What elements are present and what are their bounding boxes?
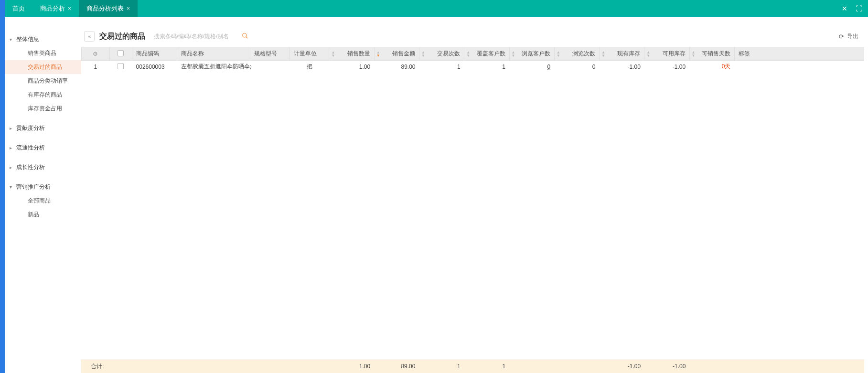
sort-icon: ▲▼ xyxy=(421,51,425,57)
col-tag[interactable]: 标签 xyxy=(734,47,864,61)
cell-sale-amt: 89.00 xyxy=(374,61,419,73)
search-input[interactable] xyxy=(153,31,239,42)
cell-view-cust[interactable]: 0 xyxy=(547,64,551,70)
sidebar-group-label: 整体信息 xyxy=(16,35,39,43)
footer-table: 合计: 1.00 89.00 1 1 -1.00 -1.00 xyxy=(81,360,864,373)
sidebar-group-label: 流通性分析 xyxy=(16,144,45,152)
sidebar-group-label: 成长性分析 xyxy=(16,163,45,171)
sort-icon: ▲▼ xyxy=(376,51,380,57)
cell-sale-days: 0天 xyxy=(689,61,734,73)
tab-label: 商品分析 xyxy=(40,4,65,13)
sidebar-item-category-rate[interactable]: 商品分类动销率 xyxy=(5,74,81,88)
footer-cover-cust: 1 xyxy=(464,360,509,373)
tab-bar: 首页 商品分析 × 商品分析列表 × ✕ ⛶ xyxy=(5,0,868,17)
cell-index: 1 xyxy=(82,61,110,73)
row-checkbox[interactable] xyxy=(118,63,124,69)
sort-icon: ▲▼ xyxy=(512,51,515,57)
export-button[interactable]: ⟳ 导出 xyxy=(839,32,864,41)
col-product-code[interactable]: 商品编码 xyxy=(132,47,177,61)
col-unit[interactable]: 计量单位 xyxy=(289,47,329,61)
left-strip xyxy=(0,0,5,373)
table-row[interactable]: 1 002600003 左都胶囊五折遮阳伞防晒伞; 把 1.00 89.00 1… xyxy=(82,61,864,73)
sidebar-group-label: 营销推广分析 xyxy=(16,183,51,191)
sidebar-item-stock-funds[interactable]: 库存资金占用 xyxy=(5,102,81,116)
col-stock-cur[interactable]: ▲▼现有库存 xyxy=(600,47,644,61)
sidebar-group-marketing[interactable]: ▾ 营销推广分析 xyxy=(5,180,81,194)
cell-cover-cust: 1 xyxy=(464,61,509,73)
sidebar-item-sales-products[interactable]: 销售类商品 xyxy=(5,46,81,60)
gear-icon[interactable]: ⚙ xyxy=(86,51,106,57)
footer-label: 合计: xyxy=(81,360,132,373)
cell-spec xyxy=(250,61,289,73)
chevron-right-icon: ▸ xyxy=(10,165,12,170)
cell-tag xyxy=(734,61,864,73)
tab-label: 首页 xyxy=(12,4,25,13)
sort-icon: ▲▼ xyxy=(646,51,650,57)
tab-home[interactable]: 首页 xyxy=(5,0,32,17)
sidebar: ▾ 整体信息 销售类商品 交易过的商品 商品分类动销率 有库存的商品 库存资金占… xyxy=(5,27,81,373)
footer-row: 合计: 1.00 89.00 1 1 -1.00 -1.00 xyxy=(81,360,864,373)
sidebar-group-growth[interactable]: ▸ 成长性分析 xyxy=(5,160,81,174)
cell-stock-cur: -1.00 xyxy=(600,61,644,73)
cell-code: 002600003 xyxy=(132,61,177,73)
tab-product-analysis-list[interactable]: 商品分析列表 × xyxy=(79,0,138,17)
sidebar-group-overview[interactable]: ▾ 整体信息 xyxy=(5,32,81,46)
sidebar-group-label: 贡献度分析 xyxy=(16,124,45,132)
sort-icon: ▲▼ xyxy=(692,51,696,57)
chevron-down-icon: ▾ xyxy=(10,37,12,42)
close-icon[interactable]: × xyxy=(127,5,130,12)
col-cover-cust[interactable]: ▲▼覆盖客户数 xyxy=(464,47,509,61)
cell-stock-avail: -1.00 xyxy=(644,61,689,73)
chevron-right-icon: ▸ xyxy=(10,126,12,131)
chevron-right-icon: ▸ xyxy=(10,145,12,150)
footer-trade-cnt: 1 xyxy=(419,360,464,373)
cell-sale-qty: 1.00 xyxy=(329,61,374,73)
sidebar-item-traded-products[interactable]: 交易过的商品 xyxy=(5,60,81,74)
col-sale-days[interactable]: ▲▼可销售天数 xyxy=(689,47,734,61)
cell-unit: 把 xyxy=(289,61,329,73)
svg-line-1 xyxy=(246,36,248,38)
sort-icon: ▲▼ xyxy=(601,51,605,57)
search-icon[interactable] xyxy=(242,32,248,41)
export-icon: ⟳ xyxy=(839,33,844,40)
cell-trade-cnt: 1 xyxy=(419,61,464,73)
col-trade-cnt[interactable]: ▲▼交易次数 xyxy=(419,47,464,61)
cell-view-cnt: 0 xyxy=(554,61,599,73)
close-icon[interactable]: × xyxy=(68,5,71,12)
close-all-icon[interactable]: ✕ xyxy=(839,3,850,14)
select-all-checkbox[interactable] xyxy=(118,50,124,56)
svg-point-0 xyxy=(243,33,246,37)
sidebar-group-liquidity[interactable]: ▸ 流通性分析 xyxy=(5,141,81,155)
export-label: 导出 xyxy=(847,32,858,41)
sort-icon: ▲▼ xyxy=(466,51,470,57)
col-view-cust[interactable]: ▲▼浏览客户数 xyxy=(509,47,554,61)
collapse-sidebar-button[interactable]: « xyxy=(84,31,95,42)
sidebar-item-all-products[interactable]: 全部商品 xyxy=(5,194,81,208)
sidebar-item-new-products[interactable]: 新品 xyxy=(5,208,81,222)
footer-sale-qty: 1.00 xyxy=(329,360,374,373)
col-stock-avail[interactable]: ▲▼可用库存 xyxy=(644,47,689,61)
sort-icon: ▲▼ xyxy=(331,51,335,57)
sidebar-item-stocked-products[interactable]: 有库存的商品 xyxy=(5,88,81,102)
col-spec[interactable]: 规格型号 xyxy=(250,47,289,61)
main-content: « 交易过的商品 ⟳ 导出 xyxy=(81,27,868,373)
col-view-cnt[interactable]: ▲▼浏览次数 xyxy=(554,47,599,61)
fullscreen-icon[interactable]: ⛶ xyxy=(854,3,864,14)
sort-icon: ▲▼ xyxy=(557,51,560,57)
data-table: ⚙ 商品编码 商品名称 规格型号 计量单位 ▲▼销售数量 ▲▼销售金额 ▲▼交易… xyxy=(81,47,864,73)
tab-label: 商品分析列表 xyxy=(86,4,124,13)
col-sale-amt[interactable]: ▲▼销售金额 xyxy=(374,47,419,61)
col-product-name[interactable]: 商品名称 xyxy=(177,47,250,61)
tab-product-analysis[interactable]: 商品分析 × xyxy=(32,0,79,17)
sidebar-group-contribution[interactable]: ▸ 贡献度分析 xyxy=(5,121,81,135)
page-title: 交易过的商品 xyxy=(99,32,145,42)
col-sale-qty[interactable]: ▲▼销售数量 xyxy=(329,47,374,61)
chevron-down-icon: ▾ xyxy=(10,184,12,190)
footer-stock-cur: -1.00 xyxy=(600,360,644,373)
footer-sale-amt: 89.00 xyxy=(374,360,419,373)
cell-name: 左都胶囊五折遮阳伞防晒伞; xyxy=(177,61,250,73)
footer-stock-avail: -1.00 xyxy=(644,360,689,373)
